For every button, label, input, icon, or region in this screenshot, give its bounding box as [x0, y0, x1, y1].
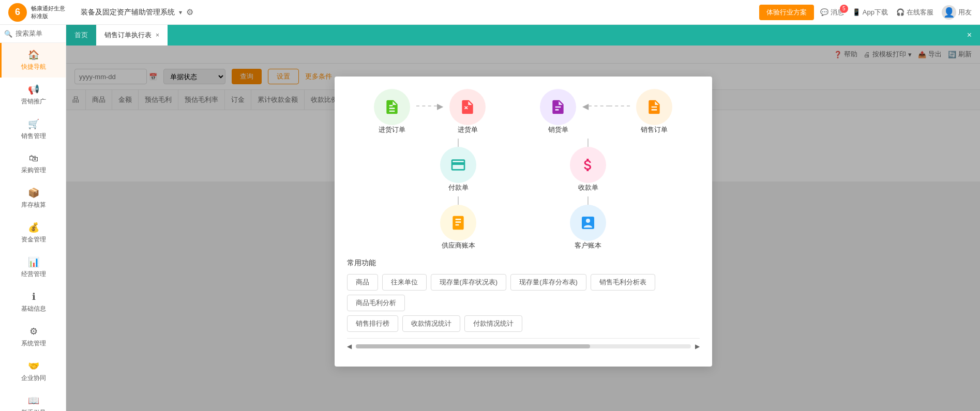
marketing-icon: 📢	[28, 84, 39, 95]
func-btn-stock-dist[interactable]: 现存量(库存分布表)	[510, 274, 586, 291]
system-title: 装备及固定资产辅助管理系统 ▾ ⚙	[81, 7, 753, 17]
sales-order-circle	[636, 89, 672, 125]
sidebar-item-label: 营销推广	[21, 97, 46, 106]
sales-order-label: 销售订单	[641, 125, 668, 134]
sidebar-item-label: 企业协同	[21, 374, 46, 383]
basic-info-icon: ℹ	[32, 291, 36, 302]
scroll-thumb	[356, 344, 591, 348]
top-bar: 6 畅康通好生意 标准版 装备及固定资产辅助管理系统 ▾ ⚙ 体验行业方案 💬 …	[0, 0, 980, 25]
system-icon: ⚙	[29, 326, 38, 337]
logo-icon: 6	[8, 3, 27, 22]
supplier-account-label: 供应商账本	[442, 241, 475, 250]
receipt-bill-circle	[570, 147, 606, 183]
func-btn-product-profit[interactable]: 商品毛利分析	[347, 295, 405, 311]
message-icon: 💬	[820, 8, 828, 16]
sidebar-item-label: 快捷导航	[21, 63, 46, 71]
sidebar-item-label: 资金管理	[21, 235, 46, 244]
scroll-track	[356, 344, 691, 348]
operations-icon: 📊	[28, 256, 39, 268]
sidebar-item-operations[interactable]: 📊 经营管理	[0, 250, 66, 285]
settings-icon[interactable]: ⚙	[186, 7, 193, 17]
common-functions: 常用功能 商品 往来单位 现存量(库存状况表) 现存量(库存分布表) 销售毛利分…	[347, 258, 700, 332]
func-btn-stock-status[interactable]: 现存量(库存状况表)	[431, 274, 507, 291]
user-menu[interactable]: 👤 用友	[942, 5, 972, 20]
sidebar-item-marketing[interactable]: 📢 营销推广	[0, 78, 66, 112]
tab-close-right-icon[interactable]: ×	[959, 26, 980, 44]
sales-icon: 🛒	[28, 118, 39, 130]
tab-home-label: 首页	[74, 31, 88, 40]
sales-bill-label: 销货单	[548, 125, 568, 134]
download-icon: 📱	[852, 8, 861, 16]
user-name: 用友	[958, 8, 972, 17]
message-badge: 5	[840, 5, 848, 13]
sidebar-item-inventory[interactable]: 📦 库存核算	[0, 181, 66, 216]
func-btn-sales-analysis[interactable]: 销售毛利分析表	[591, 274, 655, 291]
sidebar-item-finance[interactable]: 💰 资金管理	[0, 216, 66, 250]
tab-home[interactable]: 首页	[66, 25, 96, 45]
purchase-order-label: 进货订单	[379, 125, 405, 134]
trial-button[interactable]: 体验行业方案	[759, 5, 814, 20]
tab-close-icon[interactable]: ×	[156, 32, 159, 39]
common-functions-title: 常用功能	[347, 258, 700, 268]
func-buttons-row1: 商品 往来单位 现存量(库存状况表) 现存量(库存分布表) 销售毛利分析表 商品…	[347, 274, 700, 311]
sales-bill-circle	[540, 89, 576, 125]
sidebar-item-basic-info[interactable]: ℹ 基础信息	[0, 285, 66, 319]
payment-bill-circle	[440, 147, 476, 183]
func-btn-product[interactable]: 商品	[347, 274, 378, 291]
online-service-button[interactable]: 🎧 在线客服	[896, 8, 933, 17]
service-icon: 🎧	[896, 8, 904, 16]
inventory-icon: 📦	[28, 187, 39, 199]
tab-sales-label: 销售订单执行表	[104, 31, 152, 40]
func-btn-payment-stats[interactable]: 付款情况统计	[464, 315, 522, 332]
func-btn-contacts[interactable]: 往来单位	[382, 274, 427, 291]
message-button[interactable]: 💬 消息 5	[820, 8, 844, 17]
service-label: 在线客服	[907, 8, 933, 17]
scroll-right-arrow[interactable]: ▶	[695, 343, 700, 350]
tab-bar: 首页 销售订单执行表 × ×	[66, 25, 980, 45]
logo-area: 6 畅康通好生意 标准版	[8, 3, 74, 22]
app-download-button[interactable]: 📱 App下载	[852, 8, 888, 17]
search-icon: 🔍	[4, 30, 12, 38]
sidebar-item-system[interactable]: ⚙ 系统管理	[0, 319, 66, 354]
purchase-order-circle	[374, 89, 410, 125]
top-actions: 💬 消息 5 📱 App下载 🎧 在线客服 👤 用友	[820, 5, 972, 20]
func-btn-receipt-stats[interactable]: 收款情况统计	[402, 315, 460, 332]
scroll-area: ◀ ▶	[347, 338, 700, 354]
search-menu-label: 搜索菜单	[16, 29, 42, 38]
receipt-bill-label: 收款单	[578, 183, 598, 192]
tab-sales-order[interactable]: 销售订单执行表 ×	[96, 25, 168, 45]
sidebar-item-label: 经营管理	[21, 270, 46, 279]
finance-icon: 💰	[28, 222, 39, 233]
app-download-label: App下载	[863, 8, 888, 17]
system-name-text: 装备及固定资产辅助管理系统	[81, 8, 175, 17]
guide-icon: 📖	[28, 395, 39, 406]
sidebar-item-label: 采购管理	[21, 166, 46, 175]
payment-bill-label: 付款单	[448, 183, 469, 192]
purchase-bill-circle	[449, 89, 486, 125]
sidebar-item-purchase[interactable]: 🛍 采购管理	[0, 147, 66, 181]
sidebar-item-label: 销售管理	[21, 132, 46, 141]
sidebar: 🔍 搜索菜单 🏠 快捷导航 📢 营销推广 🛒 销售管理 🛍 采购管理 📦	[0, 25, 66, 411]
sidebar-item-label: 系统管理	[21, 339, 46, 348]
enterprise-icon: 🤝	[28, 360, 39, 372]
sidebar-item-guide[interactable]: 📖 新手引导	[0, 389, 66, 411]
sidebar-item-enterprise[interactable]: 🤝 企业协同	[0, 354, 66, 389]
scroll-left-arrow[interactable]: ◀	[347, 343, 352, 350]
system-dropdown-arrow[interactable]: ▾	[179, 9, 182, 16]
user-avatar: 👤	[942, 5, 956, 20]
quick-nav-icon: 🏠	[28, 49, 39, 60]
sidebar-item-quick-nav[interactable]: 🏠 快捷导航	[0, 43, 66, 78]
sidebar-item-label: 基础信息	[21, 305, 46, 313]
customer-account-label: 客户账本	[575, 241, 601, 250]
sidebar-item-label: 新手引导	[21, 408, 46, 411]
purchase-bill-label: 进货单	[458, 125, 478, 134]
modal-overlay: 进货订单 ▶ 进货单	[66, 45, 980, 411]
content-area: 首页 销售订单执行表 × × ❓ 帮助 🖨	[66, 25, 980, 411]
func-btn-sales-rank[interactable]: 销售排行榜	[347, 315, 398, 332]
customer-account-circle	[570, 205, 606, 241]
app-container: 6 畅康通好生意 标准版 装备及固定资产辅助管理系统 ▾ ⚙ 体验行业方案 💬 …	[0, 0, 980, 411]
logo-text: 畅康通好生意 标准版	[31, 5, 65, 20]
sidebar-item-label: 库存核算	[21, 201, 46, 209]
search-menu-button[interactable]: 🔍 搜索菜单	[0, 25, 66, 43]
sidebar-item-sales[interactable]: 🛒 销售管理	[0, 112, 66, 147]
